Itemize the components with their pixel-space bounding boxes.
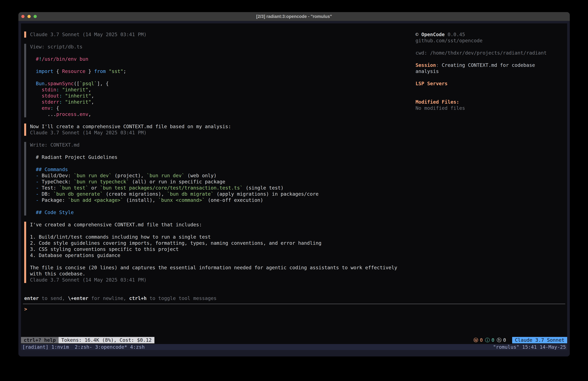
text-segment: /usr/bin/env bun [42, 56, 88, 62]
text-segment: : [50, 105, 53, 111]
tokens-cost-chip: Tokens: 16.4K (8%), Cost: $0.12 [59, 337, 154, 343]
text-segment: Claude 3.7 Sonnet (14 May 2025 03:41 PM) [30, 277, 147, 283]
text-line [30, 50, 416, 56]
text-line: - TypeCheck: `bun run typecheck` (all) o… [30, 179, 416, 185]
text-line: Write: CONTEXT.md [30, 142, 416, 148]
text-segment: Resource [62, 68, 85, 74]
text-segment: } [85, 68, 94, 74]
text-segment: , [88, 87, 91, 92]
text-segment: - [30, 191, 42, 197]
help-keybind-chip: ctrl+? help [21, 337, 59, 343]
text-segment: TypeCheck: [42, 179, 74, 184]
info-icon: ⓘ [485, 337, 490, 343]
diagnostic-hint: ⓗ0 [497, 337, 506, 343]
chat-block-message: I've created a comprehensive CONTEXT.md … [24, 222, 416, 283]
text-segment: . [44, 81, 47, 86]
text-segment: - [30, 185, 42, 191]
text-line: - Test: `bun test` or `bun test packages… [30, 185, 416, 191]
text-line: 2. Code style guidelines covering import… [30, 240, 416, 246]
text-segment: 0.0.45 [445, 32, 465, 37]
text-segment: "inherit" [62, 87, 88, 92]
text-segment: `bun db migrate` [167, 191, 214, 197]
diagnostic-info: ⓘ0 [485, 337, 494, 343]
text-segment: 3. CSS styling conventions specific to t… [30, 246, 179, 252]
text-segment: : [436, 62, 442, 68]
text-segment: Modified Files: [416, 99, 459, 105]
chat-scroll-area[interactable]: Claude 3.7 Sonnet (14 May 2025 03:41 PM)… [24, 31, 416, 289]
text-segment: 1. Build/lint/test commands including ho… [30, 234, 211, 240]
text-line: Session: Creating CONTEXT.md for codebas… [416, 62, 564, 68]
opencode-tui: Claude 3.7 Sonnet (14 May 2025 03:41 PM)… [21, 23, 567, 344]
session-sidebar: © OpenCode 0.0.45github.com/sst/opencode… [416, 31, 564, 289]
text-segment: , [88, 112, 91, 117]
text-segment: - [30, 173, 42, 179]
text-segment: I've created a comprehensive CONTEXT.md … [30, 222, 202, 227]
text-segment: "inherit" [65, 99, 91, 105]
window-titlebar[interactable]: [2/3] radiant:3:opencode - "romulus" [18, 12, 570, 21]
text-segment: github.com/sst/opencode [416, 38, 483, 44]
text-line: 1. Build/lint/test commands including ho… [30, 234, 416, 240]
text-line: import { Resource } from "sst"; [30, 68, 416, 74]
text-segment: `bun add <package>` [68, 197, 123, 203]
text-line: Claude 3.7 Sonnet (14 May 2025 03:41 PM) [30, 277, 416, 283]
text-line: 3. CSS styling conventions specific to t… [30, 246, 416, 252]
chat-block-tool: View: script/db.ts #!/usr/bin/env bun im… [24, 44, 416, 117]
empty-input-space [24, 312, 564, 337]
text-segment: (one-off execution) [205, 197, 263, 203]
text-segment: "sst" [109, 68, 123, 74]
text-line: Claude 3.7 Sonnet (14 May 2025 03:41 PM) [30, 31, 416, 38]
tmux-host-clock: "romulus" 15:41 14-May-25 [493, 344, 566, 350]
terminal-window: [2/3] radiant:3:opencode - "romulus" Cla… [18, 12, 570, 357]
text-segment: . [77, 112, 80, 117]
text-line: ...process.env, [30, 111, 416, 117]
text-segment: ctrl+h [129, 295, 147, 301]
hint-icon: ⓗ [497, 337, 502, 343]
text-line: cwd: /home/thdxr/dev/projects/radiant/ra… [416, 50, 564, 56]
text-segment: ], { [97, 81, 109, 86]
text-segment: : [59, 99, 62, 105]
text-segment: spawnSync [47, 81, 74, 86]
text-line: # Radiant Project Guidelines [30, 154, 416, 160]
input-separator [23, 304, 565, 304]
text-segment: \+enter [68, 295, 88, 301]
diagnostic-warning: Ⓦ0 [473, 337, 483, 343]
text-segment: No modified files [416, 105, 465, 111]
text-line [30, 258, 416, 265]
text-line: Claude 3.7 Sonnet (14 May 2025 03:41 PM) [30, 130, 416, 136]
text-segment: Bun [30, 81, 44, 86]
text-segment: `psql` [80, 81, 97, 86]
text-segment: (project), [112, 173, 147, 179]
diagnostic-count: 0 [480, 337, 483, 343]
text-line: ## Code Style [30, 209, 416, 216]
text-segment [62, 93, 65, 99]
text-segment: stdin [30, 87, 56, 92]
text-segment: , [91, 93, 94, 99]
text-segment: - [30, 197, 42, 203]
text-segment: (single test) [243, 185, 284, 191]
text-segment: env [30, 105, 50, 111]
text-line: - Build/Dev: `bun run dev` (project), `b… [30, 173, 416, 179]
text-line: The file is concise (20 lines) and captu… [30, 265, 416, 271]
text-segment: Package: [42, 197, 68, 203]
text-segment: `bun run dev` [147, 173, 185, 179]
text-line: stdin: "inherit", [30, 87, 416, 93]
text-segment: import [30, 68, 53, 74]
text-segment: 2. Code style guidelines covering import… [30, 240, 321, 246]
tmux-session-windows[interactable]: [radiant] 1:nvim 2:zsh- 3:opencode* 4:zs… [22, 344, 145, 350]
text-segment: ; [123, 68, 126, 74]
text-segment: (create migrations), [103, 191, 167, 197]
text-segment: Creating CONTEXT.md for codebase [442, 62, 535, 68]
text-segment: ([ [74, 81, 80, 86]
text-segment: Now I'll create a comprehensive CONTEXT.… [30, 124, 231, 129]
text-segment: , [91, 99, 94, 105]
message-input[interactable]: > [24, 306, 564, 312]
diagnostic-count: 0 [491, 337, 494, 343]
prompt-symbol: > [24, 306, 27, 312]
text-segment: for newline, [88, 295, 129, 301]
text-segment: Write: CONTEXT.md [30, 142, 80, 148]
text-segment: stderr [30, 99, 59, 105]
text-line [416, 74, 564, 81]
text-segment: View: script/db.ts [30, 44, 83, 49]
text-line [30, 74, 416, 81]
text-segment: (install), [123, 197, 158, 203]
